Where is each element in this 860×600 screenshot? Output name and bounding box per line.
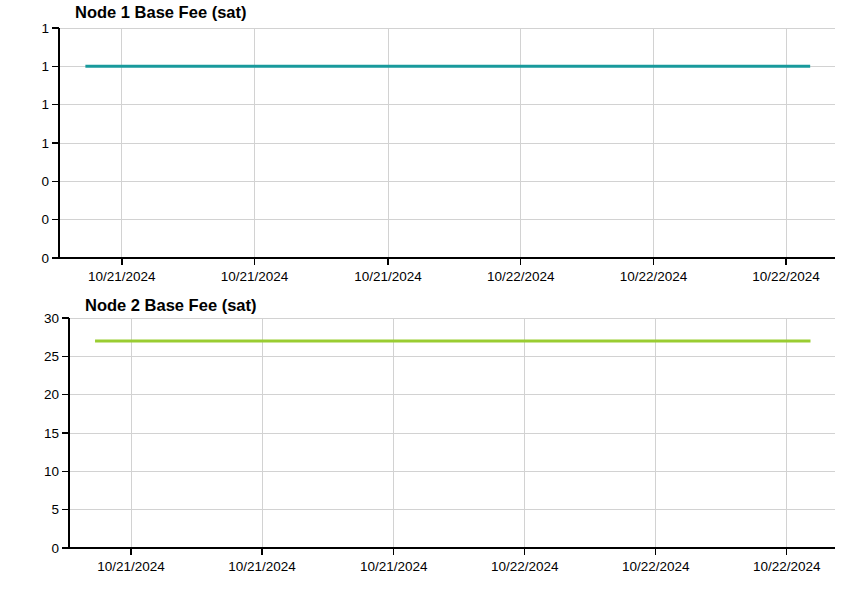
y-tick-label: 0 [51, 541, 59, 556]
y-tick-label: 1 [41, 97, 49, 112]
y-tick-label: 1 [41, 21, 49, 36]
y-tick-label: 15 [44, 426, 59, 441]
y-tick-label: 30 [44, 311, 59, 326]
x-tick-label: 10/22/2024 [753, 559, 821, 574]
y-tick-label: 1 [41, 59, 49, 74]
node2-plot-canvas: 30252015105010/21/202410/21/202410/21/20… [0, 290, 860, 600]
node2-chart-title: Node 2 Base Fee (sat) [85, 296, 256, 315]
node1-chart-title: Node 1 Base Fee (sat) [75, 3, 246, 22]
y-tick-label: 0 [41, 212, 49, 227]
y-tick-label: 1 [41, 136, 49, 151]
x-tick-label: 10/21/2024 [354, 269, 422, 284]
y-tick-label: 20 [44, 387, 59, 402]
y-tick-label: 5 [51, 502, 59, 517]
x-tick-label: 10/21/2024 [88, 269, 156, 284]
x-tick-label: 10/21/2024 [228, 559, 296, 574]
node1-plot-canvas: 111100010/21/202410/21/202410/21/202410/… [0, 0, 860, 290]
fee-charts-page: 111100010/21/202410/21/202410/21/202410/… [0, 0, 860, 600]
x-tick-label: 10/21/2024 [97, 559, 165, 574]
x-tick-label: 10/21/2024 [360, 559, 428, 574]
y-tick-label: 10 [44, 464, 59, 479]
x-tick-label: 10/22/2024 [487, 269, 555, 284]
y-tick-label: 0 [41, 174, 49, 189]
node1-base-fee-chart: 111100010/21/202410/21/202410/21/202410/… [0, 0, 860, 290]
x-tick-label: 10/21/2024 [221, 269, 289, 284]
x-tick-label: 10/22/2024 [491, 559, 559, 574]
x-tick-label: 10/22/2024 [620, 269, 688, 284]
x-tick-label: 10/22/2024 [622, 559, 690, 574]
x-tick-label: 10/22/2024 [752, 269, 820, 284]
y-tick-label: 25 [44, 349, 59, 364]
node2-base-fee-chart: 30252015105010/21/202410/21/202410/21/20… [0, 290, 860, 600]
y-tick-label: 0 [41, 251, 49, 266]
